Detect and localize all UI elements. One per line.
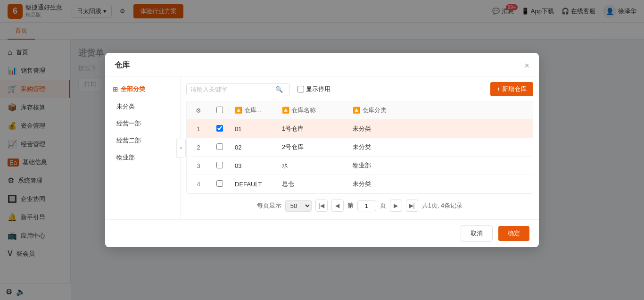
cancel-button[interactable]: 取消 <box>461 225 493 242</box>
page-input[interactable] <box>357 200 376 211</box>
row-checkbox[interactable] <box>210 175 229 193</box>
modal-header: 仓库 × <box>105 53 539 76</box>
category-unclassified[interactable]: 未分类 <box>105 98 180 115</box>
category-property[interactable]: 物业部 <box>105 149 180 166</box>
col-header-checkbox <box>210 101 229 120</box>
modal-category-panel: ⊞ 全部分类 未分类 经营一部 经营二部 物业部 « <box>105 76 181 219</box>
category-all[interactable]: ⊞ 全部分类 <box>105 80 180 98</box>
grid-icon: ⊞ <box>113 86 118 93</box>
modal-table-panel: 🔍 显示停用 + 新增仓库 ⚙ <box>181 76 539 219</box>
row-category: 未分类 <box>347 138 533 157</box>
col-header-name[interactable]: 🔼 仓库名称 <box>276 101 347 120</box>
category-ops2[interactable]: 经营二部 <box>105 132 180 149</box>
collapse-panel-button[interactable]: « <box>176 139 186 158</box>
row-checkbox[interactable] <box>210 138 229 157</box>
table-row[interactable]: 4 DEFAULT 总仓 未分类 <box>187 175 533 193</box>
show-disabled-label: 显示停用 <box>297 85 330 93</box>
modal-toolbar: 🔍 显示停用 + 新增仓库 <box>186 82 533 96</box>
per-page-label: 每页显示 <box>257 201 281 210</box>
modal-body: ⊞ 全部分类 未分类 经营一部 经营二部 物业部 « 🔍 <box>105 76 539 219</box>
per-page-select[interactable]: 50 100 200 <box>285 200 312 212</box>
warehouse-table: ⚙ 🔼 仓库... 🔼 仓库名称 <box>186 101 533 194</box>
page-unit: 页 <box>380 201 386 210</box>
row-checkbox[interactable] <box>210 157 229 175</box>
col-header-settings[interactable]: ⚙ <box>187 101 210 120</box>
show-disabled-checkbox[interactable] <box>297 86 304 92</box>
row-category: 未分类 <box>347 175 533 193</box>
next-page-button[interactable]: ▶ <box>390 200 402 212</box>
table-row[interactable]: 2 02 2号仓库 未分类 <box>187 138 533 157</box>
add-warehouse-button[interactable]: + 新增仓库 <box>490 82 533 96</box>
row-code: 01 <box>229 120 276 138</box>
row-num: 2 <box>187 138 210 157</box>
modal-overlay: 仓库 × ⊞ 全部分类 未分类 经营一部 经营二部 物业部 « <box>0 0 644 300</box>
row-name: 1号仓库 <box>276 120 347 138</box>
prev-page-button[interactable]: ◀ <box>331 200 344 212</box>
table-row[interactable]: 3 03 水 物业部 <box>187 157 533 175</box>
modal-title: 仓库 <box>115 60 130 70</box>
row-category: 未分类 <box>347 120 533 138</box>
row-code: 02 <box>229 138 276 157</box>
row-code: 03 <box>229 157 276 175</box>
col-header-category[interactable]: 🔼 仓库分类 <box>347 101 533 120</box>
col-header-code[interactable]: 🔼 仓库... <box>229 101 276 120</box>
category-ops1[interactable]: 经营一部 <box>105 115 180 132</box>
modal-pagination: 每页显示 50 100 200 |◀ ◀ 第 页 ▶ ▶| 共1页, 4条记录 <box>186 194 533 214</box>
page-prefix: 第 <box>347 201 354 210</box>
row-code: DEFAULT <box>229 175 276 193</box>
search-input[interactable] <box>190 86 275 93</box>
row-name: 总仓 <box>276 175 347 193</box>
select-all-checkbox[interactable] <box>216 107 223 113</box>
last-page-button[interactable]: ▶| <box>406 200 418 212</box>
row-num: 3 <box>187 157 210 175</box>
category-all-label: 全部分类 <box>121 85 145 93</box>
table-row[interactable]: 1 01 1号仓库 未分类 <box>187 120 533 138</box>
warehouse-modal: 仓库 × ⊞ 全部分类 未分类 经营一部 经营二部 物业部 « <box>105 53 539 247</box>
row-num: 1 <box>187 120 210 138</box>
row-name: 2号仓库 <box>276 138 347 157</box>
modal-footer: 取消 确定 <box>105 219 539 247</box>
confirm-button[interactable]: 确定 <box>498 226 529 241</box>
first-page-button[interactable]: |◀ <box>315 200 328 212</box>
search-icon: 🔍 <box>275 86 283 93</box>
close-button[interactable]: × <box>524 61 529 70</box>
table-header-row: ⚙ 🔼 仓库... 🔼 仓库名称 <box>187 101 533 120</box>
total-info: 共1页, 4条记录 <box>422 201 463 210</box>
search-wrap: 🔍 <box>186 83 290 95</box>
row-checkbox[interactable] <box>210 120 229 138</box>
row-num: 4 <box>187 175 210 193</box>
row-category: 物业部 <box>347 157 533 175</box>
row-name: 水 <box>276 157 347 175</box>
